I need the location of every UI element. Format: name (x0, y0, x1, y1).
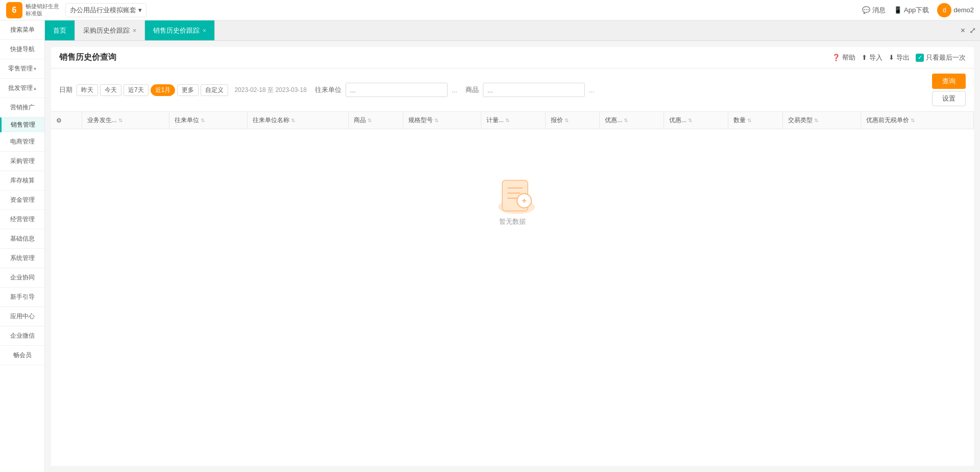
user-area[interactable]: d demo2 (937, 3, 974, 17)
download-button[interactable]: 📱 App下载 (894, 6, 929, 15)
sidebar-item-retail[interactable]: 零售管理 ▾ (0, 59, 44, 79)
sidebar-item-member[interactable]: 畅会员 (0, 346, 44, 365)
query-button[interactable]: 查询 (932, 74, 966, 89)
import-label: 导入 (869, 53, 883, 62)
content-area: 首页 采购历史价跟踪 × 销售历史价跟踪 × × ⤢ 销售历史价查询 (45, 20, 980, 472)
th-biz-date[interactable]: 业务发生... ⇅ (82, 112, 169, 129)
settings-button[interactable]: 设置 (932, 91, 966, 106)
table-header-row: ⚙ 业务发生... ⇅ 往来单位 (51, 112, 974, 129)
tab-sales-label: 销售历史价跟踪 (153, 26, 200, 35)
tab-sales[interactable]: 销售历史价跟踪 × (145, 20, 215, 40)
th-spec-label: 规格型号 (408, 116, 433, 125)
sidebar-item-ecommerce[interactable]: 电商管理 (0, 132, 44, 152)
tab-purchase[interactable]: 采购历史价跟踪 × (75, 20, 145, 40)
retail-label: 零售管理 (8, 64, 33, 73)
close-tab-button[interactable]: × (961, 26, 965, 35)
app-selector[interactable]: 办公用品行业模拟账套 ▾ (65, 3, 146, 17)
tab-sales-close[interactable]: × (203, 27, 206, 34)
th-product-label: 商品 (354, 116, 366, 125)
chevron-down-icon: ▾ (138, 6, 142, 14)
date-btn-more[interactable]: 更多 (177, 84, 199, 96)
sort-icon[interactable]: ⇅ (434, 117, 438, 123)
sort-icon[interactable]: ⇅ (118, 117, 122, 123)
sidebar-item-basic[interactable]: 基础信息 (0, 229, 44, 249)
sort-icon[interactable]: ⇅ (688, 117, 692, 123)
date-btn-today[interactable]: 今天 (100, 84, 121, 96)
th-qty[interactable]: 数量 ⇅ (728, 112, 783, 129)
sort-icon[interactable]: ⇅ (291, 117, 295, 123)
sort-icon[interactable]: ⇅ (368, 117, 372, 123)
th-price[interactable]: 报价 ⇅ (545, 112, 600, 129)
empty-icon (492, 170, 533, 211)
export-button[interactable]: ⬇ 导出 (889, 53, 910, 62)
settings-icon: ⚙ (56, 117, 62, 124)
date-label: 日期 (59, 85, 72, 95)
message-button[interactable]: 💬 消息 (862, 6, 886, 15)
sidebar-item-wholesale[interactable]: 批发管理 ▴ (0, 79, 44, 98)
sidebar-item-wechat[interactable]: 企业微信 (0, 326, 44, 346)
th-partner-name-label: 往来单位名称 (253, 116, 289, 125)
th-gear[interactable]: ⚙ (51, 112, 82, 129)
empty-text: 暂无数据 (499, 217, 526, 226)
import-button[interactable]: ⬆ 导入 (862, 53, 883, 62)
sort-icon[interactable]: ⇅ (814, 117, 818, 123)
th-partner-code[interactable]: 往来单位 ⇅ (169, 112, 248, 129)
th-unit[interactable]: 计量... ⇅ (481, 112, 545, 129)
help-icon: ❓ (832, 54, 840, 61)
empty-state: 暂无数据 (51, 129, 974, 267)
logo-icon: 6 (6, 2, 22, 18)
th-qty-label: 数量 (733, 116, 746, 125)
chevron-down-icon: ▾ (34, 66, 36, 72)
th-spec[interactable]: 规格型号 ⇅ (403, 112, 481, 129)
tab-home[interactable]: 首页 (45, 20, 75, 40)
partner-input[interactable] (346, 83, 448, 97)
partner-dots: ... (452, 86, 457, 94)
tab-purchase-label: 采购历史价跟踪 (83, 26, 130, 35)
date-btn-7days[interactable]: 近7天 (124, 84, 149, 96)
product-input[interactable] (483, 83, 585, 97)
logo-text: 畅捷销好生意标准版 (26, 3, 59, 16)
sidebar-item-enterprise[interactable]: 企业协同 (0, 268, 44, 288)
th-trade-type[interactable]: 交易类型 ⇅ (783, 112, 861, 129)
sidebar-item-newbie[interactable]: 新手引导 (0, 288, 44, 307)
sidebar-item-sales[interactable]: 销售管理 (0, 117, 44, 132)
date-btn-yesterday[interactable]: 昨天 (77, 84, 98, 96)
th-pretax-price[interactable]: 优惠前无税单价 ⇅ (861, 112, 973, 129)
th-trade-type-label: 交易类型 (788, 116, 813, 125)
table-wrapper: ⚙ 业务发生... ⇅ 往来单位 (51, 112, 974, 466)
date-range-text: 2023-02-18 至 2023-03-18 (234, 86, 306, 95)
th-price-label: 报价 (551, 116, 563, 125)
download-label: App下载 (904, 6, 929, 15)
sort-icon[interactable]: ⇅ (505, 117, 509, 123)
help-button[interactable]: ❓ 帮助 (832, 53, 855, 62)
sort-icon[interactable]: ⇅ (624, 117, 628, 123)
sidebar-item-appstore[interactable]: 应用中心 (0, 307, 44, 326)
sidebar-item-search[interactable]: 搜索菜单 (0, 20, 44, 40)
th-product[interactable]: 商品 ⇅ (349, 112, 403, 129)
main-layout: 搜索菜单 快捷导航 零售管理 ▾ 批发管理 ▴ 营销推广 销售管理 电商管理 采… (0, 20, 980, 472)
sidebar-item-finance[interactable]: 资金管理 (0, 191, 44, 210)
export-icon: ⬇ (889, 54, 894, 61)
th-discount2[interactable]: 优惠... ⇅ (664, 112, 728, 129)
download-icon: 📱 (894, 6, 902, 14)
date-btn-1month[interactable]: 近1月 (151, 84, 176, 96)
th-partner-name[interactable]: 往来单位名称 ⇅ (247, 112, 348, 129)
table-body: 暂无数据 (51, 129, 974, 268)
sort-icon[interactable]: ⇅ (201, 117, 205, 123)
sidebar-item-marketing[interactable]: 营销推广 (0, 98, 44, 117)
fullscreen-button[interactable]: ⤢ (969, 26, 976, 35)
sort-icon[interactable]: ⇅ (747, 117, 751, 123)
th-discount1[interactable]: 优惠... ⇅ (600, 112, 664, 129)
only-last-checkbox[interactable]: ✓ 只看最后一次 (916, 53, 966, 62)
sort-icon[interactable]: ⇅ (565, 117, 569, 123)
sidebar-item-inventory[interactable]: 库存核算 (0, 171, 44, 191)
sort-icon[interactable]: ⇅ (911, 117, 915, 123)
th-unit-label: 计量... (486, 116, 504, 125)
user-label: demo2 (953, 6, 974, 14)
date-btn-custom[interactable]: 自定义 (201, 84, 228, 96)
sidebar-item-shortcut[interactable]: 快捷导航 (0, 40, 44, 59)
sidebar-item-operations[interactable]: 经营管理 (0, 210, 44, 229)
sidebar-item-system[interactable]: 系统管理 (0, 249, 44, 268)
sidebar-item-purchase[interactable]: 采购管理 (0, 152, 44, 171)
tab-purchase-close[interactable]: × (133, 27, 136, 34)
